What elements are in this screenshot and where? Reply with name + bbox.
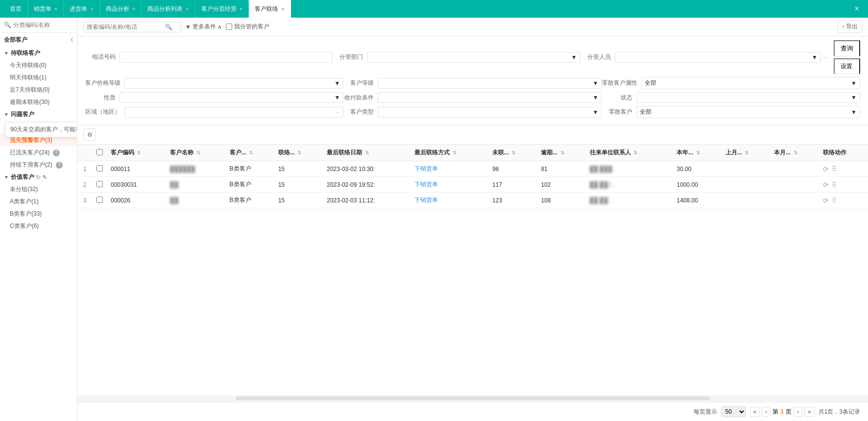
nav-purchase-order-close[interactable]: × (90, 6, 93, 12)
sort-last-date-icon[interactable]: ⇅ (365, 150, 369, 155)
row3-grid-icon[interactable]: ⠿ (832, 197, 837, 204)
query-button[interactable]: 查询 (834, 40, 860, 56)
table-settings-button[interactable]: ⚙ (83, 128, 96, 141)
dept-select[interactable]: ▼ (367, 52, 580, 63)
sort-contact-num-icon[interactable]: ⇅ (297, 150, 301, 155)
nav-customer-contact-close[interactable]: × (281, 6, 284, 12)
region-select[interactable]: ··· (124, 107, 343, 118)
col-last-method[interactable]: 最后联络方式 ⇅ (410, 145, 488, 161)
col-contact-person[interactable]: 往来单位联系人 ⇅ (586, 145, 673, 161)
manager-select[interactable]: ▼ (615, 52, 821, 63)
nav-home[interactable]: 首页 (4, 0, 28, 18)
retail-attr-select[interactable]: 全部 ▼ (641, 77, 860, 89)
sidebar-all-customers[interactable]: 全部客户 《 (0, 33, 77, 47)
col-name[interactable]: 客户名称 ⇅ (166, 145, 225, 161)
sort-contact-person-icon[interactable]: ⇅ (633, 150, 637, 155)
row1-last-method[interactable]: 下销货单 (410, 161, 488, 177)
sidebar-item-class-b[interactable]: B类客户(33) (0, 208, 77, 220)
payment-select[interactable]: ▼ (378, 92, 602, 103)
nav-product-analysis-close[interactable]: × (132, 6, 135, 12)
retail-customer-select[interactable]: 全部 ▼ (636, 106, 860, 118)
section-value-customers[interactable]: ▼ 价值客户 ↻ ✎ (0, 171, 77, 183)
row3-checkbox[interactable] (92, 193, 107, 208)
row1-grid-icon[interactable]: ⠿ (832, 165, 837, 173)
sidebar-item-class-a[interactable]: A类客户(1) (0, 196, 77, 208)
search-box[interactable]: 🔍 (83, 22, 181, 32)
nav-sales-order-close[interactable]: × (54, 6, 57, 12)
value-edit-icon[interactable]: ✎ (42, 174, 47, 181)
col-not-contact[interactable]: 未联... ⇅ (488, 145, 537, 161)
export-button[interactable]: ↑ 导出 (837, 21, 862, 33)
row2-checkbox[interactable] (92, 177, 107, 193)
sort-last-month-icon[interactable]: ⇅ (745, 150, 748, 155)
first-page-button[interactable]: « (750, 407, 760, 417)
sort-last-method-icon[interactable]: ⇅ (453, 150, 457, 155)
sort-name-icon[interactable]: ⇅ (196, 150, 200, 155)
sidebar-item-churned[interactable]: 已流失客户(24) ? (0, 147, 77, 159)
nav-customer-contact[interactable]: 客户联络 × (249, 0, 290, 18)
my-customer-check[interactable] (226, 24, 232, 30)
collapse-icon[interactable]: 《 (68, 37, 73, 44)
value-refresh-icon[interactable]: ↻ (36, 174, 41, 181)
customer-level-select[interactable]: ▼ (378, 78, 602, 89)
status-select[interactable]: ▼ (636, 92, 860, 103)
horizontal-scrollbar[interactable] (77, 395, 868, 402)
phone-input[interactable] (120, 52, 333, 63)
per-page-select[interactable]: 50 20 100 (721, 406, 746, 417)
col-type[interactable]: 客户... ⇅ (226, 145, 274, 161)
my-customer-checkbox[interactable]: 我分管的客户 (226, 23, 269, 31)
col-last-date[interactable]: 最后联络日期 ⇅ (323, 145, 410, 161)
sort-not-contact-icon[interactable]: ⇅ (511, 150, 515, 155)
row1-link-icon[interactable]: ⟳ (823, 165, 829, 173)
sidebar-item-today-contact[interactable]: 今天待联络(0) (0, 59, 77, 72)
nav-product-analysis[interactable]: 商品分析 × (100, 0, 142, 18)
col-this-year[interactable]: 本年... ⇅ (673, 145, 721, 161)
nav-customer-segment[interactable]: 客户分层经营 × (195, 0, 249, 18)
churned-help-icon[interactable]: ? (53, 149, 60, 156)
col-overdue[interactable]: 逾期... ⇅ (537, 145, 585, 161)
row2-select[interactable] (96, 181, 103, 187)
price-level-select[interactable]: ▼ (124, 78, 343, 89)
row2-link-icon[interactable]: ⟳ (823, 181, 829, 189)
customer-type-select[interactable]: ▼ (378, 107, 602, 118)
row2-last-method[interactable]: 下销货单 (410, 177, 488, 193)
sidebar-item-declining[interactable]: 持续下滑客户(2) ? (0, 159, 77, 171)
sidebar-search-input[interactable] (13, 22, 73, 28)
nav-purchase-order[interactable]: 进货单 × (64, 0, 99, 18)
col-code[interactable]: 客户编码 ⇅ (107, 145, 166, 161)
search-submit-icon[interactable]: 🔍 (165, 24, 172, 30)
prev-page-button[interactable]: ‹ (762, 407, 771, 417)
row1-checkbox[interactable] (92, 161, 107, 177)
region-more-icon[interactable]: ··· (335, 109, 340, 116)
col-last-month[interactable]: 上月... ⇅ (722, 145, 770, 161)
col-this-month[interactable]: 本月... ⇅ (770, 145, 819, 161)
row3-select[interactable] (96, 197, 103, 203)
sort-type-icon[interactable]: ⇅ (249, 150, 253, 155)
sort-code-icon[interactable]: ⇅ (137, 150, 141, 155)
more-filter-button[interactable]: ▼ 更多条件 ∧ (185, 23, 222, 31)
search-input[interactable] (87, 24, 165, 30)
row3-link-icon[interactable]: ⟳ (823, 197, 829, 204)
manager-more-icon[interactable]: ··· (823, 54, 828, 61)
sidebar-item-class-c[interactable]: C类客户(6) (0, 220, 77, 232)
row1-select[interactable] (96, 165, 103, 172)
sidebar-item-overdue-contact[interactable]: 逾期未联络(30) (0, 96, 77, 108)
row3-last-method[interactable]: 下销货单 (410, 193, 488, 208)
sidebar-item-ungrouped[interactable]: 未分组(32) (0, 183, 77, 196)
nav-product-analysis-list[interactable]: 商品分析列表 × (142, 0, 195, 18)
sort-overdue-icon[interactable]: ⇅ (560, 150, 564, 155)
sidebar-item-7days-contact[interactable]: 近7天待联络(0) (0, 84, 77, 96)
col-contact-num[interactable]: 联络... ⇅ (274, 145, 323, 161)
nav-product-analysis-list-close[interactable]: × (186, 6, 189, 12)
select-all-checkbox[interactable] (96, 149, 103, 155)
nav-customer-segment-close[interactable]: × (240, 6, 242, 12)
row2-grid-icon[interactable]: ⠿ (832, 181, 837, 189)
sort-this-month-icon[interactable]: ⇅ (794, 150, 797, 155)
last-page-button[interactable]: » (804, 407, 815, 417)
window-close-button[interactable]: × (850, 4, 864, 13)
next-page-button[interactable]: › (794, 407, 802, 417)
nav-sales-order[interactable]: 销货单 × (28, 0, 64, 18)
sidebar-item-tomorrow-contact[interactable]: 明天待联络(1) (0, 72, 77, 84)
declining-help-icon[interactable]: ? (56, 162, 63, 169)
section-problem-customers[interactable]: ▼ 问题客户 (0, 108, 77, 121)
